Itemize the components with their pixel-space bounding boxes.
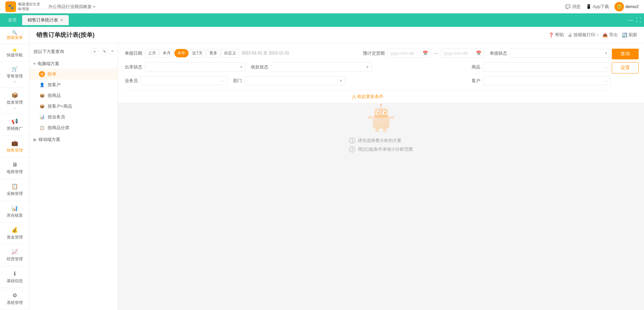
sidebar-item-marketing[interactable]: 📢 营销推广: [0, 114, 29, 136]
top-bar: 🐾 畅捷通好生意 标准版 办公用品行业模拟账套 ▾ 💬 消息 📱 App下载 😊…: [0, 0, 644, 13]
sidebar-item-operations[interactable]: 📈 经营管理: [0, 245, 29, 266]
work-area: 按以下方案查询 + ✎ « ▾ 电脑端方案: [30, 43, 644, 310]
avatar: 😊: [614, 2, 624, 11]
tip-num-1: 1: [349, 138, 355, 144]
query-button[interactable]: 查询: [612, 49, 639, 59]
sidebar-item-sales[interactable]: 💼 销售管理: [0, 136, 29, 158]
salesman-dots-icon: ···: [221, 78, 225, 83]
by-customer-goods-icon: 📦: [39, 103, 45, 109]
collapse-bar[interactable]: ⋀ 收起更多条件: [125, 90, 610, 103]
basic-info-icon: ℹ: [14, 270, 16, 277]
sidebar-item-finance[interactable]: 💰 资金管理: [0, 223, 29, 245]
sidebar-item-system[interactable]: ⚙ 系统管理: [0, 288, 29, 310]
sidebar-item-ecommerce[interactable]: 🖥 电商管理: [0, 158, 29, 179]
wholesale-icon: 📦: [11, 92, 18, 98]
marketing-icon: 📢: [11, 118, 18, 124]
help-icon: ❓: [548, 33, 554, 38]
calendar-icon-end: 📅: [476, 51, 481, 56]
scheme-group-pc-title[interactable]: ▾ 电脑端方案: [30, 59, 118, 69]
group-expand-icon: ▾: [34, 61, 36, 66]
date-dash: —: [434, 51, 438, 56]
close-tab-icon[interactable]: ✕: [60, 18, 63, 22]
scheme-add-button[interactable]: +: [91, 48, 98, 55]
by-customer-icon: 👤: [39, 82, 45, 88]
user-area[interactable]: 😊 demo2: [614, 2, 639, 11]
tip-num-2: 2: [349, 146, 355, 152]
minimize-button[interactable]: —: [628, 17, 633, 23]
date-btn-this-month[interactable]: 本月: [160, 49, 174, 57]
scheme-group-mobile: ▶ 移动端方案: [30, 135, 118, 145]
breadcrumb-text: 办公用品行业模拟账套: [48, 4, 92, 10]
date-btn-this-year[interactable]: 本年: [174, 49, 189, 57]
collection-status-select[interactable]: ▾: [271, 62, 372, 71]
logo-text: 畅捷通好生意 标准版: [18, 2, 40, 11]
print-button[interactable]: 🖨 按模板打印 ▾: [568, 32, 598, 38]
setting-button[interactable]: 设置: [612, 62, 639, 73]
sidebar-item-retail[interactable]: 🛒 零售管理 ▾: [0, 62, 29, 88]
expected-date-end[interactable]: yyyy-mm-dd 📅: [441, 49, 484, 58]
nav-icon: ⭐: [3, 48, 26, 52]
status-select[interactable]: ▾: [510, 49, 610, 58]
svg-rect-9: [389, 116, 394, 119]
empty-state: 1 请先选择要分析的方案 2 用[过滤]条件来缩小分析范围: [118, 103, 644, 172]
dept-select[interactable]: ▾: [245, 76, 345, 85]
refresh-icon: 🔄: [622, 33, 627, 38]
sidebar-search[interactable]: 🔍 搜索菜单: [0, 27, 29, 44]
sidebar-item-wholesale[interactable]: 📦 批发管理 ▴: [0, 88, 29, 114]
sidebar-item-basic-info[interactable]: ℹ 基础信息: [0, 266, 29, 288]
scheme-item-by-goods[interactable]: 📦 按商品: [30, 90, 118, 101]
app-download-button[interactable]: 📱 App下载: [586, 4, 609, 10]
scheme-item-by-customer[interactable]: 👤 按客户: [30, 80, 118, 90]
scheme-item-by-order[interactable]: 按 按单: [30, 69, 118, 80]
tab-sales-order-stats[interactable]: 销售订单统计表 ✕: [22, 15, 69, 25]
date-btn-custom[interactable]: 自定义: [221, 49, 239, 57]
scheme-item-by-salesman[interactable]: 📊 按业务员: [30, 112, 118, 122]
date-btn-last-month[interactable]: 上月: [145, 49, 159, 57]
logo-icon: 🐾: [5, 1, 16, 12]
breadcrumb-expand-icon[interactable]: ▾: [93, 4, 95, 9]
inventory-icon: 📊: [11, 205, 18, 211]
out-status-select[interactable]: ▾: [145, 62, 246, 71]
salesman-label: 业务员: [125, 78, 138, 84]
sales-icon: 💼: [11, 140, 18, 146]
scheme-group-mobile-title[interactable]: ▶ 移动端方案: [30, 135, 118, 145]
scheme-edit-button[interactable]: ✎: [101, 48, 108, 55]
scheme-item-by-category[interactable]: 📋 按商品分类: [30, 122, 118, 133]
sidebar-nav[interactable]: ⭐ 快捷导航: [0, 44, 29, 62]
collection-dropdown-icon: ▾: [366, 64, 369, 69]
goods-label: 商品: [472, 64, 480, 70]
scheme-group-pc: ▾ 电脑端方案 按 按单 👤 按客户 📦 按商品: [30, 59, 118, 133]
collection-status-label: 收款状态: [251, 64, 268, 70]
maximize-button[interactable]: ⛶: [636, 17, 641, 23]
sidebar-item-inventory[interactable]: 📊 库存核算: [0, 201, 29, 223]
date-btn-more[interactable]: 更多: [206, 49, 220, 57]
breadcrumb-area: 办公用品行业模拟账套 ▾: [48, 4, 95, 10]
scheme-item-by-customer-goods[interactable]: 📦 按客户+商品: [30, 101, 118, 112]
sidebar-item-purchase[interactable]: 📋 采购管理: [0, 179, 29, 201]
date-btn-last-7days[interactable]: 近7天: [189, 49, 206, 57]
expected-date-start[interactable]: yyyy-mm-dd 📅: [387, 49, 431, 58]
refresh-button[interactable]: 🔄 刷新: [622, 32, 637, 38]
tab-home[interactable]: 首页: [3, 15, 22, 25]
message-button[interactable]: 💬 消息: [565, 4, 581, 10]
scheme-header-icons: + ✎ «: [91, 48, 114, 55]
export-icon: 📤: [602, 33, 608, 38]
status-label: 单据状态: [490, 50, 507, 56]
help-button[interactable]: ❓ 帮助: [548, 32, 564, 38]
page-title: 销售订单统计表(按单): [36, 31, 95, 39]
expand-icon: ▾: [14, 80, 15, 84]
svg-point-7: [380, 104, 382, 106]
export-button[interactable]: 📤 导出: [602, 32, 618, 38]
salesman-input[interactable]: ···: [141, 76, 228, 85]
top-bar-left: 🐾 畅捷通好生意 标准版 办公用品行业模拟账套 ▾: [5, 1, 95, 12]
by-category-icon: 📋: [39, 125, 45, 131]
print-dropdown-icon: ▾: [597, 33, 598, 37]
scheme-header: 按以下方案查询 + ✎ «: [30, 46, 118, 57]
expected-date-label: 预计交货期: [363, 50, 385, 56]
customer-input[interactable]: ···: [483, 76, 610, 85]
window-controls: — ⛶: [628, 17, 641, 23]
scheme-collapse-button[interactable]: «: [111, 48, 114, 55]
out-status-label: 出库状态: [125, 64, 142, 70]
svg-rect-11: [383, 127, 387, 132]
goods-input[interactable]: ···: [483, 62, 610, 71]
